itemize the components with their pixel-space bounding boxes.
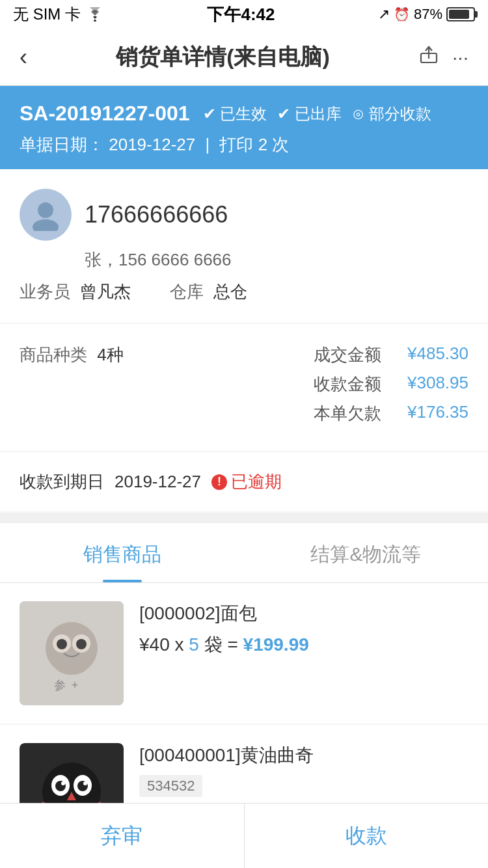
share-button[interactable] — [418, 44, 439, 70]
product-info-bread: [0000002]面包 ¥40 x 5 袋 = ¥199.99 — [139, 601, 468, 657]
svg-point-21 — [83, 781, 87, 785]
tab-sales-products[interactable]: 销售商品 — [0, 523, 244, 582]
svg-point-20 — [61, 781, 65, 785]
customer-section: 17666666666 张，156 6666 6666 业务员 曾凡杰 仓库 总… — [0, 169, 488, 323]
more-button[interactable]: ··· — [452, 46, 468, 68]
bottom-bar: 弃审 收款 — [0, 803, 488, 868]
debt-row: 本单欠款 ¥176.35 — [314, 402, 468, 425]
due-section: 收款到期日 2019-12-27 ! 已逾期 — [0, 452, 488, 511]
status-carrier: 无 SIM 卡 — [13, 4, 104, 25]
page-title: 销货单详情(来自电脑) — [116, 42, 330, 72]
cancel-button[interactable]: 弃审 — [0, 804, 245, 868]
svg-point-9 — [57, 639, 67, 649]
overdue-icon: ! — [211, 474, 227, 490]
received-row: 收款金额 ¥308.95 — [314, 373, 468, 396]
status-bar: 无 SIM 卡 下午4:42 ↗ ⏰ 87% — [0, 0, 488, 29]
product-code-bread: [0000002]面包 — [139, 601, 468, 626]
debt-amount: ¥176.35 — [407, 402, 468, 425]
confirm-button[interactable]: 收款 — [245, 804, 489, 868]
badge-effective: ✔ 已生效 — [203, 103, 267, 124]
deal-amount: ¥485.30 — [407, 344, 468, 366]
nav-actions: ··· — [418, 44, 468, 70]
stats-section: 商品种类 4种 成交金额 ¥485.30 收款金额 ¥308.95 本单欠款 ¥… — [0, 324, 488, 451]
svg-text:参: 参 — [54, 679, 66, 692]
section-divider — [0, 513, 488, 523]
status-right: ↗ ⏰ 87% — [378, 6, 475, 23]
customer-row: 17666666666 — [20, 189, 468, 241]
received-amount: ¥308.95 — [407, 373, 468, 396]
svg-text:+: + — [72, 679, 79, 692]
alarm-icon: ⏰ — [394, 7, 410, 22]
status-time: 下午4:42 — [207, 3, 275, 26]
deal-amount-row: 成交金额 ¥485.30 — [314, 344, 468, 366]
badge-partial: ⊙ 部分收款 — [352, 103, 431, 124]
warehouse-info: 仓库 总仓 — [170, 280, 247, 303]
wifi-icon — [86, 7, 104, 21]
overdue-badge: ! 已逾期 — [211, 470, 282, 493]
svg-point-3 — [38, 202, 53, 218]
battery-percent: 87% — [414, 6, 442, 23]
svg-point-10 — [76, 639, 87, 649]
product-price-bread: ¥40 x 5 袋 = ¥199.99 — [139, 632, 468, 657]
nav-bar: ‹ 销货单详情(来自电脑) ··· — [0, 29, 488, 86]
back-button[interactable]: ‹ — [20, 44, 27, 71]
avatar — [20, 189, 72, 241]
order-id: SA-20191227-001 — [20, 102, 190, 126]
product-code-cookie: [000400001]黄油曲奇 — [139, 743, 468, 768]
staff-info: 业务员 曾凡杰 — [20, 280, 131, 303]
list-item: 参 + [0000002]面包 ¥40 x 5 袋 = ¥199.99 — [0, 583, 488, 724]
svg-point-4 — [33, 219, 59, 231]
order-date: 单据日期： 2019-12-27 | 打印 2 次 — [20, 133, 468, 156]
product-count: 商品种类 4种 — [20, 344, 124, 431]
product-image-bread: 参 + — [20, 601, 124, 705]
customer-name: 张，156 6666 6666 — [85, 249, 468, 271]
product-sku: 534532 — [139, 775, 202, 797]
order-badges: ✔ 已生效 ✔ 已出库 ⊙ 部分收款 — [203, 103, 431, 124]
tab-settlement[interactable]: 结算&物流等 — [244, 523, 488, 582]
customer-phone: 17666666666 — [85, 201, 228, 228]
order-header: SA-20191227-001 ✔ 已生效 ✔ 已出库 ⊙ 部分收款 单据日期：… — [0, 86, 488, 169]
tabs: 销售商品 结算&物流等 — [0, 523, 488, 583]
customer-meta: 业务员 曾凡杰 仓库 总仓 — [20, 280, 468, 303]
svg-point-11 — [53, 651, 90, 675]
svg-point-0 — [94, 20, 96, 21]
location-icon: ↗ — [378, 6, 390, 23]
badge-shipped: ✔ 已出库 — [277, 103, 342, 124]
amount-stats: 成交金额 ¥485.30 收款金额 ¥308.95 本单欠款 ¥176.35 — [314, 344, 468, 431]
battery-icon — [446, 7, 475, 21]
